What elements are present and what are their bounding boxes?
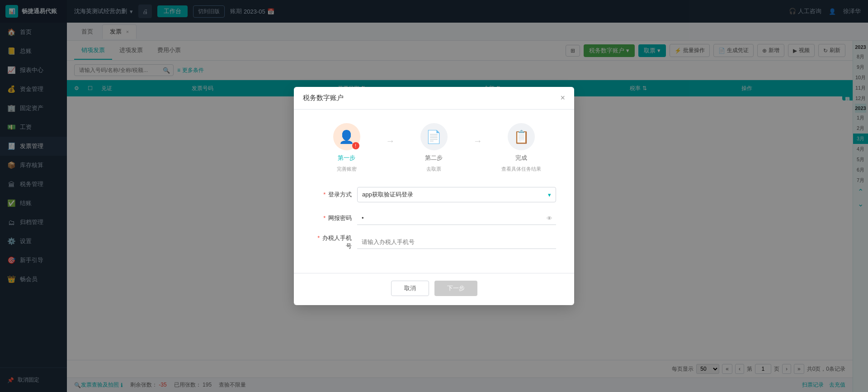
modal-header: 税务数字账户 × [294, 87, 574, 110]
steps-indicator: 👤 ! 第一步 完善账密 → 📄 第二步 去取票 → [312, 123, 556, 172]
cancel-button[interactable]: 取消 [391, 281, 429, 296]
step-1-icon-wrap: 👤 ! [333, 123, 360, 150]
next-button[interactable]: 下一步 [434, 281, 477, 296]
login-method-control: app获取验证码登录 ▾ [357, 187, 556, 202]
modal-body: 👤 ! 第一步 完善账密 → 📄 第二步 去取票 → [294, 110, 574, 273]
phone-input[interactable] [357, 235, 556, 249]
select-arrow-icon: ▾ [548, 191, 551, 198]
tax-digital-modal: 税务数字账户 × 👤 ! 第一步 完善账密 → [294, 87, 574, 305]
step-1-icon: 👤 [339, 129, 354, 144]
password-control: 👁 [357, 211, 556, 225]
login-method-label: * 登录方式 [312, 191, 357, 199]
step-3: 📋 完成 查看具体任务结果 [487, 123, 556, 172]
password-label: * 网报密码 [312, 214, 357, 222]
step-3-icon: 📋 [514, 129, 529, 144]
step-arrow-2: → [469, 136, 487, 146]
modal-title: 税务数字账户 [303, 94, 344, 102]
eye-icon[interactable]: 👁 [547, 215, 552, 222]
login-method-row: * 登录方式 app获取验证码登录 ▾ [312, 187, 556, 202]
step-2-icon: 📄 [426, 129, 442, 144]
step-2-sublabel: 去取票 [426, 166, 441, 172]
step-3-label: 完成 [515, 154, 527, 162]
step-1-badge: ! [352, 142, 359, 149]
step-3-sublabel: 查看具体任务结果 [501, 166, 541, 172]
phone-control [357, 235, 556, 249]
modal-overlay: 税务数字账户 × 👤 ! 第一步 完善账密 → [0, 0, 868, 392]
password-input[interactable] [357, 211, 556, 225]
phone-label: * 办税人手机号 [312, 234, 357, 250]
phone-row: * 办税人手机号 [312, 234, 556, 250]
step-3-icon-wrap: 📋 [508, 123, 535, 150]
step-arrow-1: → [381, 136, 399, 146]
modal-footer: 取消 下一步 [294, 273, 574, 305]
step-1: 👤 ! 第一步 完善账密 [312, 123, 381, 172]
step-2-icon-wrap: 📄 [420, 123, 448, 150]
modal-close-button[interactable]: × [560, 93, 565, 103]
password-row: * 网报密码 👁 [312, 211, 556, 225]
login-method-select[interactable]: app获取验证码登录 ▾ [357, 187, 556, 202]
step-2: 📄 第二步 去取票 [399, 123, 468, 172]
step-1-label: 第一步 [338, 154, 355, 162]
step-2-label: 第二步 [425, 154, 443, 162]
step-1-sublabel: 完善账密 [337, 166, 357, 172]
